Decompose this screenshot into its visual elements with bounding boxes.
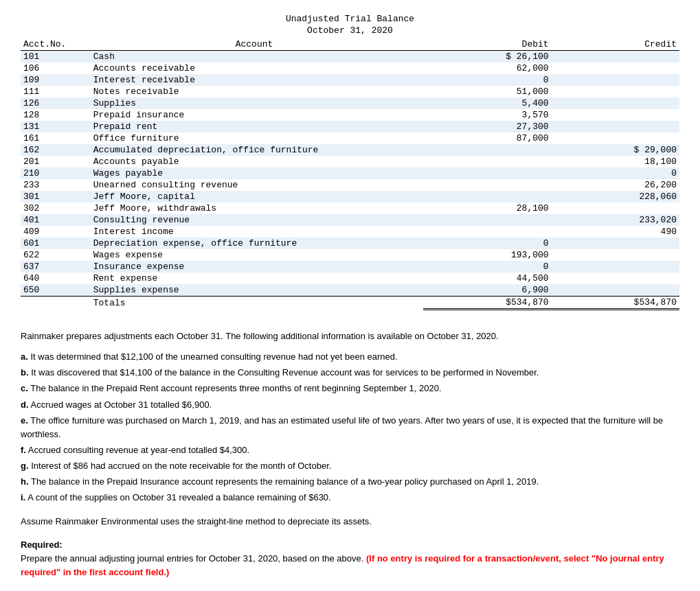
assumption-line: Assume Rainmaker Environmental uses the …	[21, 515, 679, 529]
table-row: 640Rent expense44,500	[21, 273, 679, 284]
narrative-items: a. It was determined that $12,100 of the…	[21, 350, 679, 505]
table-row: 637Insurance expense0	[21, 261, 679, 273]
totals-credit: $534,870	[552, 297, 679, 310]
cell-account-name: Prepaid rent	[85, 121, 424, 132]
cell-account-name: Jeff Moore, withdrawals	[85, 202, 424, 214]
cell-account-name: Office furniture	[85, 132, 424, 144]
cell-credit	[552, 261, 679, 273]
cell-acct: 233	[21, 179, 85, 191]
cell-account-name: Jeff Moore, capital	[85, 191, 424, 202]
cell-acct: 650	[21, 284, 85, 297]
cell-credit	[552, 109, 679, 121]
cell-acct: 401	[21, 214, 85, 226]
cell-debit: 193,000	[423, 249, 551, 261]
cell-debit: 0	[423, 74, 551, 86]
cell-credit: 18,100	[552, 156, 679, 167]
cell-credit	[552, 249, 679, 261]
cell-account-name: Accumulated depreciation, office furnitu…	[85, 144, 424, 156]
cell-acct: 131	[21, 121, 85, 132]
required-text-normal-part: Prepare the annual adjusting journal ent…	[21, 553, 366, 564]
cell-acct: 128	[21, 109, 85, 121]
narrative-item: a. It was determined that $12,100 of the…	[21, 350, 679, 364]
cell-debit: 3,570	[423, 109, 551, 121]
cell-credit: 490	[552, 226, 679, 237]
cell-credit	[552, 237, 679, 249]
narrative-item: f. Accrued consulting revenue at year-en…	[21, 443, 679, 457]
narrative-item: e. The office furniture was purchased on…	[21, 414, 679, 441]
table-row: 409Interest income490	[21, 226, 679, 237]
cell-credit	[552, 273, 679, 284]
cell-debit	[423, 214, 551, 226]
col-header-debit: Debit	[423, 38, 551, 51]
cell-account-name: Depreciation expense, office furniture	[85, 237, 424, 249]
table-row: 106Accounts receivable62,000	[21, 62, 679, 74]
table-row: 302Jeff Moore, withdrawals28,100	[21, 202, 679, 214]
totals-label: Totals	[85, 297, 424, 310]
cell-debit: 44,500	[423, 273, 551, 284]
narrative-item-label: f.	[21, 445, 26, 455]
narrative-item-label: e.	[21, 415, 28, 426]
table-row: 601Depreciation expense, office furnitur…	[21, 237, 679, 249]
table-row: 126Supplies5,400	[21, 97, 679, 109]
cell-acct: 409	[21, 226, 85, 237]
totals-acct	[21, 297, 85, 310]
required-text-normal: Prepare the annual adjusting journal ent…	[21, 553, 664, 577]
table-row: 622Wages expense193,000	[21, 249, 679, 261]
table-body: 101Cash$ 26,100106Accounts receivable62,…	[21, 51, 679, 297]
col-header-acct: Acct.No.	[21, 38, 85, 51]
cell-debit: 6,900	[423, 284, 551, 297]
narrative-item: d. Accrued wages at October 31 totalled …	[21, 398, 679, 412]
cell-credit	[552, 132, 679, 144]
page-container: Unadjusted Trial Balance October 31, 202…	[21, 14, 679, 579]
totals-debit: $534,870	[423, 297, 551, 310]
cell-acct: 210	[21, 167, 85, 179]
table-row: 128Prepaid insurance3,570	[21, 109, 679, 121]
cell-account-name: Rent expense	[85, 273, 424, 284]
table-header-row: Acct.No. Account Debit Credit	[21, 38, 679, 51]
table-row: 101Cash$ 26,100	[21, 51, 679, 63]
cell-credit: $ 29,000	[552, 144, 679, 156]
cell-debit: 27,300	[423, 121, 551, 132]
cell-debit	[423, 144, 551, 156]
cell-account-name: Unearned consulting revenue	[85, 179, 424, 191]
narrative-intro: Rainmaker prepares adjustments each Octo…	[21, 329, 679, 343]
cell-debit	[423, 226, 551, 237]
trial-balance-section: Unadjusted Trial Balance October 31, 202…	[21, 14, 679, 310]
table-row: 162Accumulated depreciation, office furn…	[21, 144, 679, 156]
cell-account-name: Notes receivable	[85, 86, 424, 97]
cell-acct: 126	[21, 97, 85, 109]
cell-account-name: Accounts receivable	[85, 62, 424, 74]
cell-debit: 28,100	[423, 202, 551, 214]
cell-account-name: Wages expense	[85, 249, 424, 261]
cell-credit	[552, 51, 679, 63]
cell-account-name: Prepaid insurance	[85, 109, 424, 121]
table-row: 109Interest receivable0	[21, 74, 679, 86]
cell-credit	[552, 202, 679, 214]
table-row: 401Consulting revenue233,020	[21, 214, 679, 226]
cell-debit: $ 26,100	[423, 51, 551, 63]
cell-account-name: Insurance expense	[85, 261, 424, 273]
narrative-item-label: a.	[21, 351, 28, 362]
narrative-item: g. Interest of $86 had accrued on the no…	[21, 459, 679, 473]
narrative-item-label: b.	[21, 367, 29, 378]
cell-acct: 161	[21, 132, 85, 144]
table-row: 131Prepaid rent27,300	[21, 121, 679, 132]
cell-debit: 87,000	[423, 132, 551, 144]
table-row: 161Office furniture87,000	[21, 132, 679, 144]
table-row: 233Unearned consulting revenue26,200	[21, 179, 679, 191]
cell-acct: 201	[21, 156, 85, 167]
cell-account-name: Supplies expense	[85, 284, 424, 297]
cell-acct: 640	[21, 273, 85, 284]
table-row: 201Accounts payable18,100	[21, 156, 679, 167]
cell-account-name: Consulting revenue	[85, 214, 424, 226]
cell-acct: 111	[21, 86, 85, 97]
cell-credit	[552, 121, 679, 132]
cell-account-name: Cash	[85, 51, 424, 63]
cell-debit: 62,000	[423, 62, 551, 74]
cell-acct: 109	[21, 74, 85, 86]
cell-credit: 26,200	[552, 179, 679, 191]
narrative-section: Rainmaker prepares adjustments each Octo…	[21, 329, 679, 579]
table-title-line1: Unadjusted Trial Balance	[21, 14, 679, 24]
cell-debit: 51,000	[423, 86, 551, 97]
narrative-item-label: d.	[21, 399, 29, 410]
